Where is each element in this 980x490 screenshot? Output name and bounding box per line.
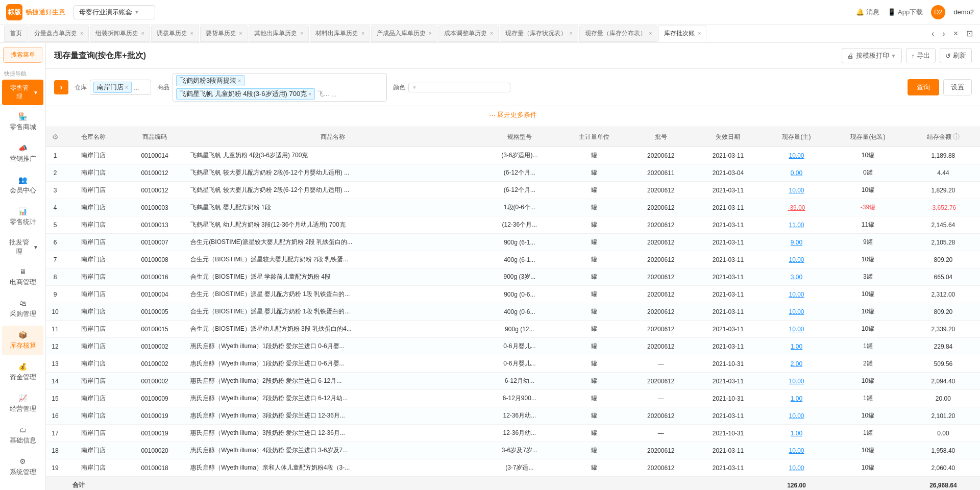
tab-close-2[interactable]: × <box>141 31 144 36</box>
cell-qty-main[interactable]: 1.00 <box>764 425 829 442</box>
sidebar-item-retail-stats[interactable]: 📊零售统计 <box>2 202 43 232</box>
cell-spec: 400g (0-6... <box>479 303 559 321</box>
sidebar-item-retail-shop[interactable]: 🏪零售商城 <box>2 107 43 137</box>
user-name[interactable]: demo2 <box>953 8 974 16</box>
sidebar-item-system[interactable]: ⚙系统管理 <box>2 452 43 482</box>
sidebar-item-business[interactable]: 📈经营管理 <box>2 389 43 419</box>
setting-button[interactable]: 设置 <box>943 79 972 95</box>
app-download-button[interactable]: 📱 App下载 <box>888 8 923 17</box>
color-tag-container[interactable]: ▼ <box>408 83 510 92</box>
tab-maximize-button[interactable]: ⊡ <box>963 29 976 38</box>
product-tag-close-2[interactable]: × <box>308 91 311 97</box>
tab-11-active[interactable]: 库存批次账 × <box>658 26 706 42</box>
table-row: 2南岸门店00100012飞鹤星飞帆 较大婴儿配方奶粉 2段(6-12个月婴幼儿… <box>46 164 980 182</box>
tab-7[interactable]: 产成品入库单历史 × <box>371 26 437 42</box>
tab-1[interactable]: 分量盘点单历史 × <box>29 26 89 42</box>
cell-no: 12 <box>46 338 64 355</box>
footer-empty-1 <box>46 477 64 491</box>
tab-close-6[interactable]: × <box>361 31 364 36</box>
tab-close-11[interactable]: × <box>698 31 701 36</box>
cell-qty-main[interactable]: 10.00 <box>764 442 829 459</box>
sidebar-item-retail-label: 零售管理 <box>7 84 31 101</box>
tab-10[interactable]: 现存量（库存分布表） × <box>579 26 658 42</box>
sidebar-item-retail[interactable]: 零售管理 ▼ <box>2 80 43 105</box>
cell-batch: 20200612 <box>629 268 693 286</box>
tab-close-10[interactable]: × <box>649 31 652 36</box>
cell-qty-main[interactable]: 0.00 <box>764 164 829 182</box>
cell-batch: 20200612 <box>629 251 693 268</box>
cell-amount: 2,101.20 <box>906 407 980 425</box>
export-button[interactable]: ↑ 导出 <box>906 48 936 63</box>
cell-qty-main[interactable]: 1.00 <box>764 338 829 355</box>
tab-close-9[interactable]: × <box>570 31 573 36</box>
template-print-button[interactable]: 🖨 按模板打印 ▼ <box>842 48 902 63</box>
query-button[interactable]: 查询 <box>908 79 939 95</box>
expand-more-button[interactable]: ⋯ 展开更多条件 <box>485 108 541 121</box>
search-menu-button[interactable]: 搜索菜单 <box>3 47 42 63</box>
sidebar-nav-label: 快捷导航 <box>0 67 45 79</box>
tab-8[interactable]: 成本调整单历史 × <box>438 26 499 42</box>
top-bar-right: 🔔 消息 📱 App下载 D2 demo2 <box>856 5 974 19</box>
cell-qty-main[interactable]: 10.00 <box>764 286 829 303</box>
tab-2[interactable]: 组装拆卸单历史 × <box>90 26 150 42</box>
cell-qty-main[interactable]: 1.00 <box>764 390 829 407</box>
cell-name: 惠氏启醇（Wyeth illuma）1段奶粉 爱尔兰进口 0-6月婴... <box>186 338 479 355</box>
cell-qty-main[interactable]: 11.00 <box>764 216 829 234</box>
sidebar-item-finance[interactable]: 💰资金管理 <box>2 357 43 387</box>
tab-5[interactable]: 其他出库单历史 × <box>249 26 309 42</box>
cell-qty-main[interactable]: 10.00 <box>764 459 829 477</box>
product-more[interactable]: 飞... <box>317 89 329 99</box>
cell-batch: 20200612 <box>629 459 693 477</box>
cell-qty-main[interactable]: 10.00 <box>764 407 829 425</box>
sidebar-item-marketing[interactable]: 📣营销推广 <box>2 139 43 168</box>
tab-close-3[interactable]: × <box>190 31 193 36</box>
tab-close-5[interactable]: × <box>300 31 303 36</box>
tab-3[interactable]: 调拨单历史 × <box>151 26 199 42</box>
tab-close-1[interactable]: × <box>80 31 83 36</box>
message-button[interactable]: 🔔 消息 <box>856 8 879 17</box>
tab-9[interactable]: 现存量（库存状况表） × <box>500 26 578 42</box>
expand-button[interactable]: › <box>54 80 68 94</box>
tab-close-7[interactable]: × <box>429 31 432 36</box>
tab-4[interactable]: 要货单历史 × <box>200 26 248 42</box>
tab-6[interactable]: 材料出库单历史 × <box>310 26 370 42</box>
product-tag-close-1[interactable]: × <box>238 78 241 84</box>
sidebar-item-basic[interactable]: 🗂基础信息 <box>2 421 43 450</box>
sidebar-item-cooperation[interactable]: 🤝企业协同 <box>2 484 43 490</box>
sidebar-item-inventory[interactable]: 📦库存核算 <box>2 326 43 355</box>
tab-close-8[interactable]: × <box>490 31 493 36</box>
cell-qty-main[interactable]: 9.00 <box>764 234 829 251</box>
cell-expire: 2021-03-11 <box>693 407 764 425</box>
tab-close-all-button[interactable]: × <box>950 29 961 38</box>
cell-spec: 900g (3岁... <box>479 268 559 286</box>
cell-qty-main[interactable]: 10.00 <box>764 182 829 199</box>
product-tag-container[interactable]: 飞鹤奶粉3段两提装 × 飞鹤星飞帆 儿童奶粉 4段(3-6岁适用) 700克 ×… <box>173 73 387 102</box>
tab-close-4[interactable]: × <box>239 31 242 36</box>
cell-qty-main[interactable]: 2.00 <box>764 355 829 373</box>
warehouse-more[interactable]: ... <box>134 84 139 91</box>
tab-home[interactable]: 首页 <box>4 26 28 42</box>
sidebar-item-ecommerce[interactable]: 🖥电商管理 <box>2 262 43 292</box>
cell-qty-main[interactable]: 3.00 <box>764 268 829 286</box>
cell-qty-main[interactable]: 10.00 <box>764 321 829 338</box>
cell-qty-main[interactable]: -39.00 <box>764 199 829 216</box>
tab-next-button[interactable]: › <box>939 29 948 38</box>
retail-stats-icon: 📊 <box>18 207 27 215</box>
cell-batch: — <box>629 355 693 373</box>
refresh-button[interactable]: ↺ 刷新 <box>940 48 972 63</box>
cell-qty-main[interactable]: 10.00 <box>764 147 829 164</box>
cell-amount: 809.20 <box>906 251 980 268</box>
cell-qty-main[interactable]: 10.00 <box>764 373 829 390</box>
product-ellipsis[interactable]: ... <box>331 90 337 98</box>
cell-qty-pkg: 10罐 <box>829 373 906 390</box>
company-selector[interactable]: 母婴行业演示账套 ▼ <box>74 5 155 19</box>
sidebar-item-purchase[interactable]: 🛍采购管理 <box>2 294 43 324</box>
sidebar-item-members[interactable]: 👥会员中心 <box>2 170 43 200</box>
warehouse-tag-container[interactable]: 南岸门店 × ... <box>90 80 151 95</box>
tab-prev-button[interactable]: ‹ <box>928 29 937 38</box>
cell-qty-main[interactable]: 10.00 <box>764 303 829 321</box>
sidebar-item-wholesale[interactable]: 批发管理▼ <box>2 234 43 260</box>
cell-qty-main[interactable]: 10.00 <box>764 251 829 268</box>
settings-icon[interactable]: ⚙ <box>52 133 59 141</box>
warehouse-tag-close-1[interactable]: × <box>125 85 128 90</box>
